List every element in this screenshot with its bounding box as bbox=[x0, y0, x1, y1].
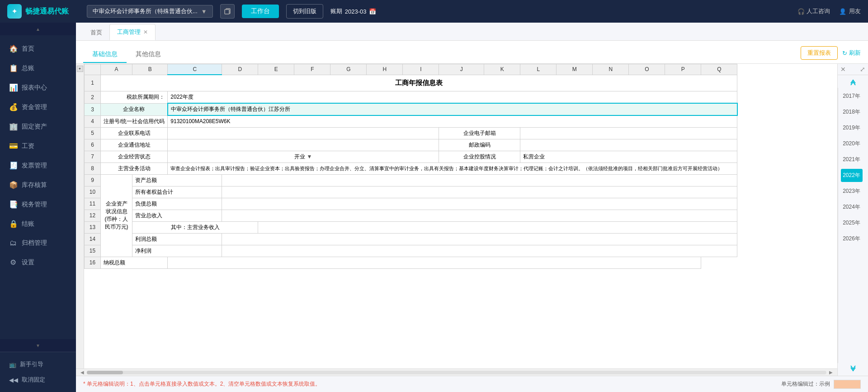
tab-business[interactable]: 工商管理 ✕ bbox=[109, 24, 156, 40]
company-selector[interactable]: 中审众环会计师事务所（特殊普通合伙... ▼ bbox=[87, 5, 213, 18]
cell-liabilities-value[interactable] bbox=[222, 198, 737, 210]
sidebar-item-label: 发票管理 bbox=[22, 162, 47, 170]
expand-row-control[interactable]: + bbox=[77, 66, 83, 72]
sidebar-item-archive[interactable]: 🗂 归档管理 bbox=[0, 234, 76, 253]
finance-icon: 💰 bbox=[9, 103, 17, 111]
cell-address-label: 企业通信地址 bbox=[101, 139, 168, 151]
tab-home[interactable]: 首页 bbox=[83, 25, 109, 40]
sidebar-item-ledger[interactable]: 📋 总账 bbox=[0, 58, 76, 78]
year-2019[interactable]: 2019年 bbox=[841, 121, 863, 134]
cell-total-assets-value[interactable] bbox=[222, 174, 737, 186]
col-b-header: B bbox=[132, 64, 168, 75]
sub-tab-basic-label: 基础信息 bbox=[92, 50, 118, 57]
sidebar-item-tax[interactable]: 📑 税务管理 bbox=[0, 195, 76, 214]
year-panel-up-arrow[interactable] bbox=[838, 75, 868, 88]
bottom-bar: * 单元格编辑说明：1、点击单元格直接录入数值或文本。2、清空单元格数值或文本恢… bbox=[76, 376, 868, 392]
cell-reg-value[interactable]: 91320100MA208E5W6K bbox=[168, 115, 737, 127]
year-2021[interactable]: 2021年 bbox=[841, 153, 863, 166]
cell-address-value[interactable] bbox=[168, 139, 439, 151]
headset-icon: 🎧 bbox=[797, 8, 805, 15]
sub-tab-other-label: 其他信息 bbox=[136, 50, 161, 57]
sub-tab-other[interactable]: 其他信息 bbox=[127, 47, 170, 63]
old-version-button[interactable]: 切到旧版 bbox=[286, 4, 323, 19]
cell-email-value[interactable] bbox=[520, 127, 737, 139]
cell-main-revenue-value[interactable] bbox=[258, 221, 737, 233]
cell-revenue-value[interactable] bbox=[222, 210, 737, 221]
service-button[interactable]: 🎧 人工咨询 bbox=[797, 7, 830, 15]
sidebar-item-home[interactable]: 🏠 首页 bbox=[0, 39, 76, 58]
row-num: 9 bbox=[85, 174, 101, 186]
year-panel-down-arrow[interactable] bbox=[838, 363, 868, 376]
cell-equity-value[interactable] bbox=[222, 186, 737, 198]
tab-close-icon[interactable]: ✕ bbox=[143, 29, 148, 35]
calendar-icon[interactable]: 📅 bbox=[369, 8, 376, 15]
table-row: 2 税款所属期间： 2022年度 bbox=[85, 91, 737, 104]
cell-main-revenue-label: 其中：主营业务收入 bbox=[132, 221, 258, 233]
horizontal-scrollbar[interactable]: ◀ ▶ bbox=[76, 368, 837, 376]
sidebar-item-inventory[interactable]: 📦 库存核算 bbox=[0, 175, 76, 195]
sidebar-item-closing[interactable]: 🔒 结账 bbox=[0, 214, 76, 234]
closing-icon: 🔒 bbox=[9, 220, 17, 228]
year-2024[interactable]: 2024年 bbox=[841, 201, 863, 214]
year-2017[interactable]: 2017年 bbox=[841, 90, 863, 103]
user-icon: 👤 bbox=[839, 8, 846, 15]
cell-biz-activity-label: 主营业务活动 bbox=[101, 163, 168, 174]
cell-holding-value[interactable]: 私营企业 bbox=[520, 151, 737, 163]
year-2018[interactable]: 2018年 bbox=[841, 105, 863, 119]
cell-tax-period-value[interactable]: 2022年度 bbox=[168, 91, 737, 104]
sidebar-item-finance[interactable]: 💰 资金管理 bbox=[0, 97, 76, 117]
workbench-button[interactable]: 工作台 bbox=[242, 5, 279, 18]
spreadsheet-table: A B C D E F G H I J bbox=[84, 64, 738, 269]
new-guide-button[interactable]: 📺 新手引导 bbox=[0, 357, 76, 372]
sidebar-item-settings[interactable]: ⚙ 设置 bbox=[0, 253, 76, 272]
cell-biz-status-value[interactable]: 开业 ▼ bbox=[168, 151, 439, 163]
sidebar-item-invoice[interactable]: 🧾 发票管理 bbox=[0, 156, 76, 175]
scroll-thumb[interactable] bbox=[87, 371, 123, 374]
logo-text: 畅捷通易代账 bbox=[25, 7, 69, 16]
assets-icon: 🏢 bbox=[9, 122, 17, 131]
year-2023[interactable]: 2023年 bbox=[841, 185, 863, 198]
table-title[interactable]: 工商年报信息表 bbox=[101, 75, 737, 91]
sidebar-scroll-up[interactable]: ▲ bbox=[0, 23, 76, 35]
year-2020[interactable]: 2020年 bbox=[841, 137, 863, 150]
table-row: 11 负债总额 bbox=[85, 198, 737, 210]
scroll-left-arrow[interactable]: ◀ bbox=[78, 370, 87, 375]
col-q-header: Q bbox=[701, 64, 737, 75]
cell-postal-value[interactable] bbox=[520, 139, 737, 151]
scroll-track[interactable] bbox=[87, 371, 826, 374]
sidebar-item-reports[interactable]: 📊 报表中心 bbox=[0, 78, 76, 97]
year-2025[interactable]: 2025年 bbox=[841, 216, 863, 229]
copy-button[interactable] bbox=[220, 4, 235, 19]
refresh-button[interactable]: ↻ 刷新 bbox=[842, 49, 861, 57]
user-info[interactable]: 👤 用友 bbox=[839, 7, 861, 15]
reset-button[interactable]: 重置报表 bbox=[801, 46, 838, 60]
cell-company-value[interactable]: 中审众环会计师事务所（特殊普通合伙）江苏分所 bbox=[168, 103, 737, 115]
cell-tax-total-label: 纳税总额 bbox=[101, 257, 168, 268]
cell-equity-label: 所有者权益合计 bbox=[132, 186, 222, 198]
cell-net-profit-value[interactable] bbox=[222, 245, 737, 257]
sidebar-item-assets[interactable]: 🏢 固定资产 bbox=[0, 117, 76, 136]
chevron-down-icon: ▼ bbox=[201, 8, 207, 15]
spreadsheet-scroll[interactable]: A B C D E F G H I J bbox=[84, 64, 837, 368]
sidebar-item-payroll[interactable]: 💳 工资 bbox=[0, 136, 76, 156]
logo: ✦ 畅捷通易代账 bbox=[7, 4, 80, 19]
table-row: 9 企业资产状况信息(币种：人民币万元) 资产总额 bbox=[85, 174, 737, 186]
inventory-icon: 📦 bbox=[9, 181, 17, 189]
year-2026[interactable]: 2026年 bbox=[841, 232, 863, 245]
cell-tax-total-value[interactable] bbox=[168, 257, 701, 268]
close-panel-button[interactable]: ✕ bbox=[840, 66, 846, 73]
cell-phone-value[interactable] bbox=[168, 127, 439, 139]
year-2022[interactable]: 2022年 bbox=[841, 169, 863, 182]
unpin-button[interactable]: ◀◀ 取消固定 bbox=[0, 372, 76, 387]
table-row: 14 利润总额 bbox=[85, 233, 737, 245]
cell-profit-label: 利润总额 bbox=[132, 233, 222, 245]
sidebar-scroll-down[interactable]: ▼ bbox=[0, 339, 76, 352]
cell-profit-value[interactable] bbox=[222, 233, 737, 245]
scroll-right-arrow[interactable]: ▶ bbox=[826, 370, 835, 375]
period-label: 账期 bbox=[330, 7, 342, 15]
sub-tab-basic[interactable]: 基础信息 bbox=[83, 47, 127, 63]
expand-panel-button[interactable]: ⤢ bbox=[860, 66, 865, 73]
cell-biz-activity-value[interactable]: 审查企业会计报表；出具审计报告；验证企业资本；出具验资报告；办理企业合并、分立、… bbox=[168, 163, 737, 174]
page-content: 基础信息 其他信息 重置报表 ↻ 刷新 bbox=[76, 41, 868, 392]
cell-liabilities-label: 负债总额 bbox=[132, 198, 222, 210]
